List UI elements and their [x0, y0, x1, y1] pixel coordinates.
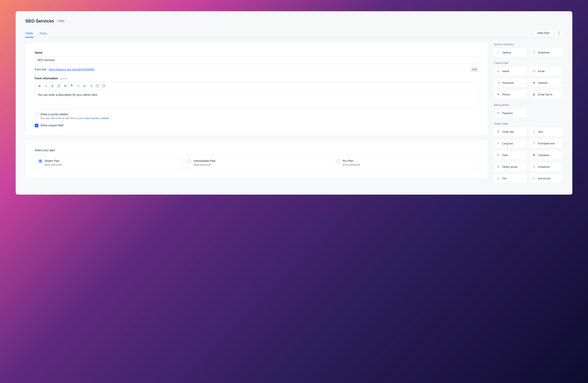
field-secret-text[interactable]: Secret text: [529, 174, 563, 183]
field-options[interactable]: Options: [494, 48, 527, 57]
svg-point-1: [559, 33, 559, 33]
plan-list: Starter Plan $300.00/month Intermediate …: [35, 155, 479, 170]
plan-card: Select your plan Starter Plan $300.00/mo…: [25, 140, 488, 178]
field-name[interactable]: Name: [494, 66, 527, 76]
field-text[interactable]: Text: [529, 127, 563, 136]
svg-point-17: [499, 53, 500, 53]
plan-option-starter[interactable]: Starter Plan $300.00/month: [35, 155, 181, 170]
bold-icon[interactable]: B: [38, 84, 41, 88]
grid-icon: [497, 51, 500, 54]
heading-icon[interactable]: H: [63, 84, 67, 88]
link-icon[interactable]: [57, 84, 61, 88]
svg-point-22: [533, 82, 534, 83]
form-info-label: Form information: [35, 77, 58, 80]
mail-open-icon: [532, 93, 536, 96]
editor-body[interactable]: You can enter a description for your cli…: [35, 90, 478, 108]
plan-name: Pro Plan: [343, 159, 360, 163]
name-label: Name: [35, 51, 479, 54]
page-title: SEO Services: [25, 19, 54, 24]
app-panel: SEO Services Order Fields Rules View for…: [16, 11, 572, 195]
more-vertical-icon: [559, 31, 559, 35]
plan-option-intermediate[interactable]: Intermediate Plan $500.00/month: [184, 155, 330, 170]
field-label: Options: [502, 51, 511, 54]
field-file[interactable]: File: [494, 174, 527, 183]
view-form-button[interactable]: View form: [534, 29, 553, 36]
form-link-row: Form link: https://agency.spp.io/order/D…: [35, 67, 479, 72]
plan-price: $500.00/month: [194, 163, 216, 166]
field-email-optin[interactable]: Email Opt-in: [529, 90, 563, 99]
form-settings-card: Name Form link: https://agency.spp.io/or…: [25, 43, 488, 136]
svg-point-18: [498, 70, 499, 71]
optional-tag: optional: [60, 77, 67, 80]
field-phone[interactable]: Phone: [494, 90, 527, 99]
type-icon: T: [532, 142, 536, 145]
key-icon: [532, 177, 536, 180]
undo-icon[interactable]: [96, 84, 99, 88]
plan-option-pro[interactable]: Pro Plan $700.00/month: [333, 155, 479, 170]
radio-icon: [497, 165, 500, 168]
field-formatted-text[interactable]: T Formatted text: [529, 139, 563, 148]
field-label: Order title: [502, 130, 514, 133]
page-header: SEO Services Order: [25, 19, 563, 24]
field-dropdown[interactable]: Dropdown: [529, 48, 563, 57]
svg-rect-23: [534, 82, 535, 83]
field-label: Formatted text: [538, 142, 555, 145]
show-sidebar-checkbox[interactable]: [35, 113, 38, 116]
svg-rect-30: [497, 154, 500, 156]
strike-icon[interactable]: S: [51, 84, 54, 88]
field-payment[interactable]: Payment: [494, 108, 527, 118]
show-sidebar-label: Show in portal sidebar: [40, 113, 110, 116]
field-dropdown-2[interactable]: Dropdown: [529, 162, 563, 171]
code-icon[interactable]: [76, 84, 80, 88]
svg-point-2: [559, 34, 559, 34]
address-icon: [532, 81, 536, 84]
italic-icon[interactable]: I: [44, 84, 48, 88]
plan-radio[interactable]: [39, 159, 42, 163]
svg-point-36: [498, 166, 499, 167]
bullet-list-icon[interactable]: [83, 84, 86, 88]
edit-link-button[interactable]: Edit: [470, 67, 479, 72]
field-long-text[interactable]: Long text: [494, 139, 527, 148]
field-password[interactable]: Password: [494, 78, 527, 87]
plan-price: $700.00/month: [343, 163, 360, 166]
svg-point-37: [533, 178, 534, 179]
long-text-icon: [497, 142, 500, 145]
field-checkbox[interactable]: Checkbox: [529, 150, 563, 160]
tab-rules[interactable]: Rules: [39, 30, 47, 38]
svg-point-13: [498, 52, 498, 52]
plan-radio[interactable]: [188, 159, 191, 163]
field-option-group[interactable]: Option group: [494, 162, 527, 171]
field-order-title[interactable]: H Order title: [494, 127, 527, 136]
field-label: File: [502, 177, 506, 180]
field-label: Email: [538, 70, 545, 73]
plan-radio[interactable]: [336, 159, 340, 163]
quote-icon[interactable]: ❝: [70, 84, 74, 88]
field-label: Dropdown: [538, 165, 550, 168]
redo-icon[interactable]: [102, 84, 106, 88]
field-palette: Service selection Options Dropdown Clien…: [494, 43, 563, 187]
field-label: Text: [538, 130, 543, 133]
content-columns: Name Form link: https://agency.spp.io/or…: [25, 43, 563, 187]
name-input[interactable]: [35, 56, 479, 64]
upload-icon: [497, 177, 500, 180]
editor-toolbar: B I S H ❝: [35, 82, 478, 90]
svg-rect-25: [497, 112, 500, 114]
field-label: Payment: [502, 112, 512, 115]
svg-point-12: [497, 52, 497, 52]
portal-sidebar-link[interactable]: client portal's sidebar: [85, 117, 109, 120]
form-info-label-row: Form information optional: [35, 77, 479, 80]
svg-point-14: [499, 52, 500, 52]
field-date[interactable]: Date: [494, 150, 527, 160]
show-coupon-checkbox[interactable]: [35, 124, 38, 127]
plan-price: $300.00/month: [44, 163, 62, 166]
field-address[interactable]: Address: [529, 78, 563, 87]
field-label: Checkbox: [538, 154, 550, 157]
tab-fields[interactable]: Fields: [25, 30, 34, 38]
field-email[interactable]: Email: [529, 66, 563, 76]
numbered-list-icon[interactable]: [89, 84, 93, 88]
tabs: Fields Rules: [25, 30, 47, 38]
form-link-value[interactable]: https://agency.spp.io/order/DM39MR: [49, 68, 94, 71]
more-menu-button[interactable]: [555, 29, 563, 37]
plan-name: Intermediate Plan: [194, 159, 216, 163]
group-title: Billing details: [494, 104, 563, 106]
